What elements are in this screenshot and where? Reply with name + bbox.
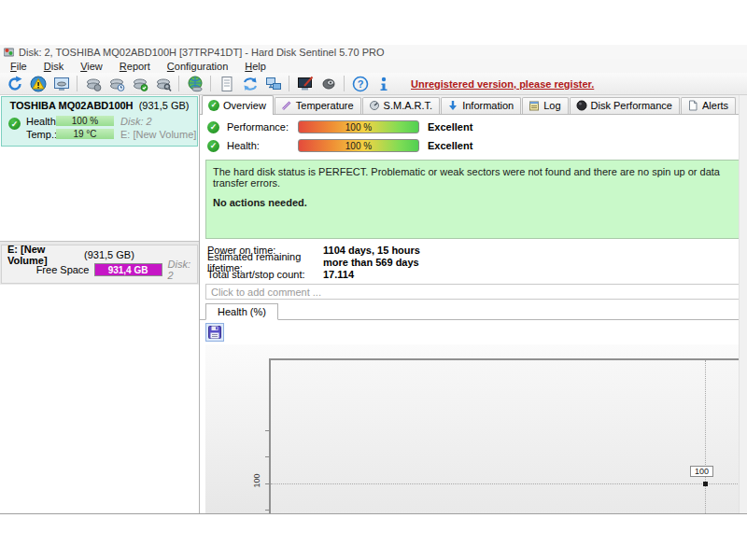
menu-report[interactable]: Report — [111, 61, 159, 72]
toolbar-separator — [210, 76, 211, 91]
disk-ok-button[interactable] — [129, 74, 150, 93]
disk-volume-label: E: [New Volume] — [120, 129, 196, 140]
report-button[interactable] — [216, 74, 237, 93]
report-icon — [218, 76, 235, 92]
refresh-button[interactable] — [4, 74, 25, 93]
toolbar-separator — [77, 76, 78, 91]
information-icon — [375, 76, 392, 92]
stat-value: 1104 days, 15 hours — [323, 245, 420, 256]
stat-row-start-stop-count: Total start/stop count: 17.114 — [207, 268, 740, 280]
register-link[interactable]: Unregistered version, please register. — [411, 78, 594, 90]
tab-alerts[interactable]: Alerts — [681, 97, 736, 114]
tab-disk-performance[interactable]: Disk Performance — [570, 97, 680, 114]
save-chart-button[interactable] — [205, 323, 224, 342]
vertical-scrollbar[interactable] — [739, 95, 747, 513]
volume-panel: E: [New Volume] (931,5 GB) Free Space 93… — [0, 242, 199, 285]
volume-free-row: Free Space 931,4 GB Disk: 2 — [2, 263, 197, 276]
menu-view[interactable]: View — [72, 61, 111, 72]
health-label: Health: — [26, 116, 52, 127]
volume-disk-label: Disk: 2 — [168, 259, 197, 281]
chart-vgridline — [705, 360, 706, 513]
disk-search-button[interactable] — [152, 74, 174, 93]
app-icon — [4, 47, 14, 57]
tab-smart[interactable]: S.M.A.R.T. — [362, 97, 441, 114]
help-button[interactable]: ? — [349, 74, 371, 93]
tab-bar: Overview Temperature S.M.A.R.T. — [200, 95, 740, 115]
temp-label: Temp.: — [26, 129, 52, 140]
title-bar[interactable]: Disk: 2, TOSHIBA MQ02ABD100H [37TRP41DT]… — [0, 45, 747, 59]
health-row: Health: 100 % Excellent — [207, 139, 740, 152]
disk-clock-icon — [108, 76, 125, 92]
world-disk-button[interactable] — [184, 74, 205, 93]
sound-button[interactable] — [317, 74, 339, 93]
menu-bar: File Disk View Report Configuration Help — [0, 59, 747, 73]
monitor-disk-button[interactable] — [50, 74, 72, 93]
window-title: Disk: 2, TOSHIBA MQ02ABD100H [37TRP41DT]… — [19, 47, 384, 58]
disk-clock-button[interactable] — [106, 74, 127, 93]
info-arrow-icon — [447, 100, 458, 111]
overview-check-icon — [208, 100, 219, 111]
tab-label: Log — [543, 100, 560, 111]
disk-list-empty-area — [0, 147, 199, 242]
performance-row: Performance: 100 % Excellent — [207, 120, 740, 133]
configuration-button[interactable] — [294, 74, 316, 93]
health-bar: 100 % — [56, 116, 114, 126]
help-icon: ? — [352, 76, 369, 92]
menu-configuration[interactable]: Configuration — [159, 61, 236, 72]
menu-disk[interactable]: Disk — [35, 61, 72, 72]
health-meter: 100 % — [298, 139, 419, 152]
disk-size: (931,5 GB) — [139, 100, 190, 111]
save-floppy-icon — [208, 326, 221, 339]
chart-point-label: 100 — [690, 466, 713, 477]
log-notepad-icon — [529, 100, 540, 111]
configuration-icon — [297, 76, 314, 92]
tab-overview[interactable]: Overview — [202, 95, 274, 115]
svg-text:?: ? — [357, 78, 363, 90]
sync-button[interactable] — [239, 74, 261, 93]
disk-health-row: Health: 100 % Disk: 2 — [26, 115, 197, 127]
network-icon — [265, 76, 282, 92]
volume-list-item[interactable]: E: [New Volume] (931,5 GB) Free Space 93… — [1, 245, 198, 284]
disk-list-item-selected[interactable]: TOSHIBA MQ02ABD100H (931,5 GB) Health: 1… — [1, 96, 198, 147]
stat-value: 17.114 — [323, 269, 354, 280]
chart-axis-tick — [265, 510, 270, 511]
sidebar: TOSHIBA MQ02ABD100H (931,5 GB) Health: 1… — [0, 95, 200, 513]
chart-tab-health[interactable]: Health (%) — [205, 303, 278, 320]
tab-label: S.M.A.R.T. — [384, 100, 433, 111]
chart-data-point — [703, 482, 708, 486]
comment-input[interactable]: Click to add comment ... — [205, 284, 740, 300]
disk-settings-button[interactable] — [82, 74, 104, 93]
main-panel: Overview Temperature S.M.A.R.T. — [200, 95, 747, 513]
performance-meter: 100 % — [298, 120, 419, 133]
world-disk-icon — [187, 76, 204, 92]
tab-temperature[interactable]: Temperature — [275, 97, 361, 114]
toolbar-separator — [289, 76, 289, 91]
status-text-box: The hard disk status is PERFECT. Problem… — [205, 160, 740, 239]
menu-help[interactable]: Help — [236, 61, 275, 72]
status-line1: The hard disk status is PERFECT. Problem… — [213, 166, 732, 189]
temp-bar: 19 °C — [56, 129, 114, 139]
health-label: Health: — [227, 140, 298, 151]
stats-section: Power on time: 1104 days, 15 hours Estim… — [207, 244, 740, 280]
chart-axis-tick — [265, 483, 270, 484]
stat-row-remaining-lifetime: Estimated remaining lifetime: more than … — [207, 256, 740, 268]
menu-file[interactable]: File — [2, 61, 35, 72]
volume-name: E: [New Volume] — [7, 244, 84, 266]
chart-plot-area — [269, 358, 740, 513]
health-rating: Excellent — [428, 140, 472, 151]
information-button[interactable] — [373, 74, 394, 93]
status-alert-button[interactable] — [27, 74, 49, 93]
tab-label: Alerts — [702, 100, 728, 111]
monitor-disk-icon — [53, 76, 70, 92]
network-button[interactable] — [262, 74, 284, 93]
tab-log[interactable]: Log — [522, 97, 568, 114]
smart-gauge-icon — [369, 100, 380, 111]
health-ok-icon — [207, 140, 219, 152]
performance-rating: Excellent — [428, 121, 472, 133]
performance-label: Performance: — [227, 121, 298, 133]
health-chart: 100 100 — [205, 344, 740, 513]
disk-model: TOSHIBA MQ02ABD100H — [10, 100, 134, 111]
tab-information[interactable]: Information — [441, 97, 521, 114]
sync-icon — [242, 76, 259, 92]
disk-settings-icon — [85, 76, 102, 92]
